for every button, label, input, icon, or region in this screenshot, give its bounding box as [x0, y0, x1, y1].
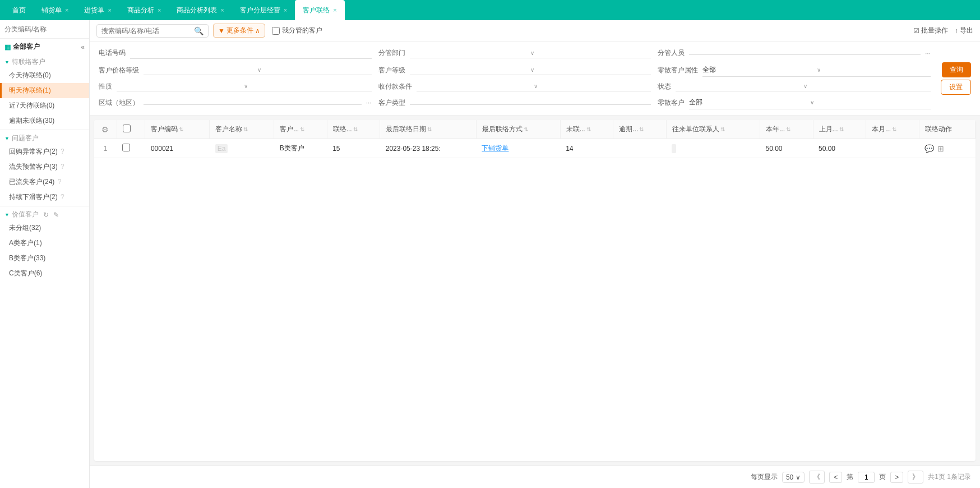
- region-select[interactable]: [144, 101, 362, 105]
- customer-type-select[interactable]: [410, 101, 651, 105]
- nav-purchase[interactable]: 进货单 ×: [76, 0, 119, 20]
- query-btn[interactable]: 查询: [942, 62, 971, 77]
- last-page-btn[interactable]: 》: [908, 471, 923, 484]
- sidebar-item-churn-warn[interactable]: 流失预警客户(3) ?: [0, 159, 89, 174]
- payment-select[interactable]: ∨: [417, 81, 651, 91]
- th-customer-type[interactable]: 客户... ⇅: [274, 120, 327, 139]
- td-checkbox[interactable]: [117, 139, 145, 158]
- td-this-year: 50.00: [760, 139, 813, 158]
- scatter-select[interactable]: 全部 ∨: [689, 96, 931, 109]
- search-input-wrap: 🔍: [96, 24, 209, 38]
- page-size-select[interactable]: 50 ∨: [782, 472, 805, 483]
- edit-icon[interactable]: ✎: [53, 211, 59, 219]
- th-last-contact-method[interactable]: 最后联络方式 ⇅: [476, 120, 560, 139]
- first-page-btn[interactable]: 《: [809, 471, 825, 484]
- th-code[interactable]: 客户编码 ⇅: [145, 120, 210, 139]
- bulk-action-btn[interactable]: ☑ 批量操作: [913, 26, 948, 35]
- price-grade-select[interactable]: ∨: [144, 65, 372, 75]
- sidebar-item-c-class[interactable]: C类客户(6): [0, 266, 89, 281]
- phone-input[interactable]: [130, 47, 372, 59]
- my-customers-check[interactable]: 我分管的客户: [272, 26, 322, 35]
- close-icon[interactable]: ×: [220, 7, 224, 13]
- td-customer-type: B类客户: [274, 139, 327, 158]
- triangle-icon: ▼: [4, 136, 10, 141]
- close-icon[interactable]: ×: [65, 7, 68, 13]
- next-page-btn[interactable]: >: [890, 472, 903, 483]
- close-icon[interactable]: ×: [333, 7, 336, 13]
- sidebar-item-declining[interactable]: 持续下滑客户(2) ?: [0, 190, 89, 205]
- my-customers-checkbox[interactable]: [272, 27, 280, 35]
- nav-analysis[interactable]: 商品分析 ×: [119, 0, 169, 20]
- nav-analysis-list[interactable]: 商品分析列表 ×: [169, 0, 232, 20]
- sort-icon: ⇅: [720, 126, 725, 132]
- th-last-month[interactable]: 上月... ⇅: [813, 120, 866, 139]
- dept-select[interactable]: ∨: [410, 48, 651, 58]
- nav-customer-layer[interactable]: 客户分层经营 ×: [232, 0, 295, 20]
- nature-select[interactable]: ∨: [117, 81, 372, 91]
- sidebar-item-week[interactable]: 近7天待联络(0): [0, 98, 89, 113]
- sidebar-item-ungroup[interactable]: 未分组(32): [0, 220, 89, 236]
- search-icon[interactable]: 🔍: [194, 26, 204, 35]
- chat-icon[interactable]: 💬: [924, 144, 934, 153]
- sidebar: 🔍 ▦ 全部客户 « ▼ 待联络客户 今天待联络(0) 明天待联络(1) 近7天…: [0, 20, 90, 488]
- manager-select[interactable]: [689, 51, 921, 55]
- gear-icon[interactable]: ⚙: [101, 125, 109, 134]
- th-name[interactable]: 客户名称 ⇅: [210, 120, 274, 139]
- set-btn[interactable]: 设置: [941, 80, 971, 95]
- close-icon[interactable]: ×: [284, 7, 287, 13]
- th-unit-contact[interactable]: 往来单位联系人 ⇅: [666, 120, 760, 139]
- th-overdue[interactable]: 逾期... ⇅: [613, 120, 667, 139]
- more-icon[interactable]: ···: [925, 49, 931, 57]
- sort-icon: ⇅: [786, 126, 791, 132]
- sidebar-item-today[interactable]: 今天待联络(0): [0, 68, 89, 83]
- status-select[interactable]: ∨: [676, 81, 931, 91]
- contact-method-link[interactable]: 下销货单: [482, 144, 509, 152]
- sidebar-item-a-class[interactable]: A类客户(1): [0, 236, 89, 251]
- th-this-year[interactable]: 本年... ⇅: [760, 120, 813, 139]
- close-icon[interactable]: ×: [158, 7, 161, 13]
- search-input[interactable]: [101, 27, 194, 35]
- nav-home[interactable]: 首页: [4, 0, 34, 20]
- nav-customer-contact[interactable]: 客户联络 ×: [295, 0, 344, 20]
- th-last-contact-date[interactable]: 最后联络日期 ⇅: [380, 120, 477, 139]
- sort-icon: ⇅: [427, 126, 432, 132]
- scatter-attr-select[interactable]: 全部 ∨: [702, 63, 931, 77]
- select-all-checkbox[interactable]: [123, 125, 131, 132]
- refresh-icon[interactable]: ↻: [43, 211, 49, 219]
- sidebar-item-tomorrow[interactable]: 明天待联络(1): [0, 83, 89, 98]
- close-icon[interactable]: ×: [108, 7, 111, 13]
- page-input[interactable]: [858, 472, 875, 483]
- masked-unit-contact: [672, 144, 676, 153]
- th-contact[interactable]: 联络... ⇅: [327, 120, 380, 139]
- sidebar-item-churned[interactable]: 已流失客户(24) ?: [0, 174, 89, 190]
- td-actions: 💬 ⊞: [919, 139, 975, 158]
- sidebar-item-overdue[interactable]: 逾期未联络(30): [0, 113, 89, 128]
- sidebar-group-pending[interactable]: ▼ 待联络客户: [0, 55, 89, 68]
- td-code: 000021: [145, 139, 210, 158]
- sidebar-collapse-btn[interactable]: «: [81, 43, 85, 51]
- filter-row-1: 电话号码 分管部门 ∨ 分管人员: [99, 47, 937, 59]
- more-icon[interactable]: ···: [366, 99, 372, 107]
- sidebar-group-value[interactable]: ▼ 价值客户 ↻ ✎: [0, 208, 89, 220]
- sidebar-search-input[interactable]: [4, 25, 89, 33]
- th-uncontacted[interactable]: 未联... ⇅: [560, 120, 613, 139]
- td-uncontacted: 14: [560, 139, 613, 158]
- prev-page-btn[interactable]: <: [829, 472, 842, 483]
- sidebar-item-b-class[interactable]: B类客户(33): [0, 251, 89, 266]
- th-action: 联络动作: [919, 120, 975, 139]
- export-icon: ↑: [955, 27, 958, 35]
- grid-action-icon[interactable]: ⊞: [937, 144, 944, 153]
- th-gear[interactable]: ⚙: [94, 120, 117, 139]
- td-last-month: 50.00: [813, 139, 866, 158]
- customer-grade-select[interactable]: ∨: [410, 65, 651, 75]
- sort-icon: ⇅: [300, 126, 304, 132]
- nav-sales[interactable]: 销货单 ×: [34, 0, 76, 20]
- filter-cell-payment: 收付款条件 ∨: [378, 81, 658, 91]
- more-filter-btn[interactable]: ▼ 更多条件 ∧: [213, 24, 265, 38]
- sidebar-group-problem[interactable]: ▼ 问题客户: [0, 131, 89, 144]
- row-checkbox[interactable]: [122, 144, 130, 151]
- th-checkbox[interactable]: [117, 120, 145, 139]
- export-btn[interactable]: ↑ 导出: [955, 26, 973, 35]
- th-this-month[interactable]: 本月... ⇅: [866, 120, 919, 139]
- sidebar-item-abnormal[interactable]: 回购异常客户(2) ?: [0, 144, 89, 159]
